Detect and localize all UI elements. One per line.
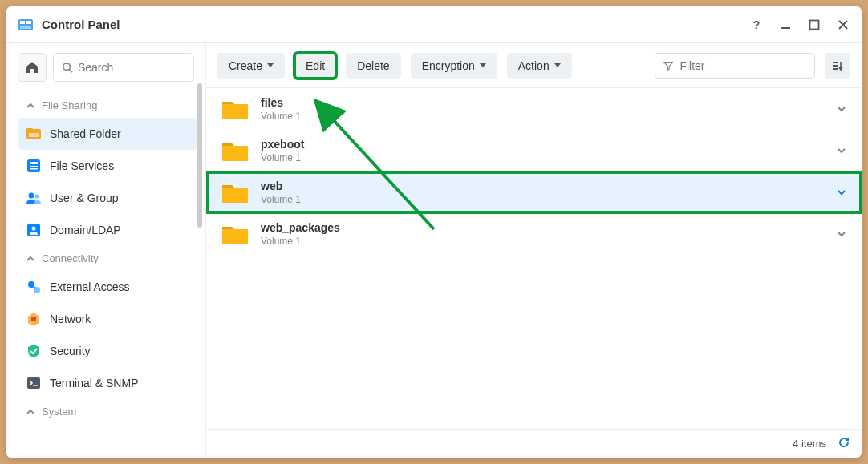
folder-name: pxeboot: [261, 138, 825, 151]
chevron-down-icon[interactable]: [836, 103, 847, 115]
caret-down-icon: [267, 63, 274, 68]
filter-icon: [663, 60, 673, 71]
svg-rect-25: [833, 65, 838, 67]
folder-sub: Volume 1: [261, 152, 825, 163]
scrollbar[interactable]: [197, 83, 202, 228]
folder-row-web-packages[interactable]: web_packages Volume 1: [206, 213, 862, 255]
chevron-down-icon[interactable]: [836, 228, 847, 240]
action-button[interactable]: Action: [507, 53, 572, 79]
sidebar-item-label: External Access: [50, 280, 130, 293]
svg-rect-23: [33, 385, 38, 386]
home-button[interactable]: [18, 53, 47, 82]
svg-text:?: ?: [753, 18, 761, 31]
folder-icon: [221, 222, 249, 246]
section-label: Connectivity: [42, 252, 99, 264]
svg-rect-9: [26, 128, 33, 131]
sidebar-item-external-access[interactable]: External Access: [18, 271, 197, 303]
refresh-icon: [838, 436, 850, 449]
sidebar-item-security[interactable]: Security: [18, 335, 197, 367]
chevron-down-icon[interactable]: [836, 187, 847, 198]
app-icon: [18, 17, 34, 33]
sidebar-item-terminal-snmp[interactable]: Terminal & SNMP: [18, 367, 197, 399]
chevron-up-icon: [26, 407, 35, 417]
folder-name: web: [261, 180, 825, 192]
control-panel-window: Control Panel ? File Sharing: [6, 6, 862, 458]
sidebar-item-user-group[interactable]: User & Group: [18, 182, 197, 214]
folder-row-web[interactable]: web Volume 1: [206, 171, 862, 213]
folder-row-files[interactable]: files Volume 1: [206, 88, 862, 130]
svg-rect-21: [31, 317, 36, 321]
sidebar-item-file-services[interactable]: File Services: [18, 150, 197, 182]
network-icon: [26, 311, 42, 327]
sort-button[interactable]: [825, 53, 850, 79]
section-file-sharing[interactable]: File Sharing: [18, 93, 205, 118]
caret-down-icon: [554, 63, 561, 68]
minimize-icon[interactable]: [778, 18, 793, 32]
create-button[interactable]: Create: [217, 53, 285, 79]
maximize-icon[interactable]: [807, 18, 821, 32]
search-box[interactable]: [53, 53, 194, 82]
folder-sub: Volume 1: [261, 111, 825, 122]
item-count: 4 items: [793, 438, 826, 450]
chevron-up-icon: [26, 101, 35, 111]
delete-button[interactable]: Delete: [346, 53, 400, 79]
svg-rect-14: [30, 168, 38, 170]
svg-point-16: [35, 195, 39, 199]
sidebar-item-label: Network: [50, 313, 91, 325]
titlebar: Control Panel ?: [6, 6, 862, 43]
sidebar-item-label: Security: [50, 345, 91, 357]
search-input[interactable]: [78, 61, 185, 74]
svg-rect-13: [30, 166, 38, 167]
help-icon[interactable]: ?: [749, 18, 764, 32]
sidebar-item-shared-folder[interactable]: Shared Folder: [18, 118, 197, 150]
svg-rect-10: [29, 133, 39, 137]
svg-rect-6: [810, 20, 819, 29]
svg-point-15: [29, 193, 34, 199]
external-access-icon: [26, 279, 42, 295]
close-icon[interactable]: [836, 18, 850, 32]
section-label: File Sharing: [42, 99, 97, 111]
filter-box[interactable]: [655, 53, 815, 79]
svg-rect-3: [20, 26, 31, 29]
section-connectivity[interactable]: Connectivity: [18, 246, 205, 271]
terminal-icon: [26, 375, 42, 391]
sidebar-item-label: Domain/LDAP: [50, 224, 121, 236]
svg-rect-26: [833, 68, 838, 70]
folder-name: web_packages: [261, 221, 825, 234]
security-icon: [26, 343, 42, 359]
svg-rect-5: [781, 27, 790, 29]
svg-rect-12: [30, 162, 38, 164]
section-system[interactable]: System: [18, 399, 205, 424]
folder-list: files Volume 1 pxeboot Volume 1: [206, 88, 862, 429]
chevron-down-icon[interactable]: [836, 145, 847, 156]
search-icon: [62, 61, 73, 74]
folder-icon: [221, 97, 249, 121]
folder-sub: Volume 1: [261, 236, 825, 247]
encryption-button[interactable]: Encryption: [411, 53, 497, 79]
sidebar-item-domain-ldap[interactable]: Domain/LDAP: [18, 214, 197, 246]
user-group-icon: [26, 190, 42, 206]
edit-button[interactable]: Edit: [294, 53, 336, 79]
sidebar-item-label: Terminal & SNMP: [50, 377, 138, 389]
sort-icon: [831, 59, 844, 72]
window-title: Control Panel: [42, 18, 749, 31]
toolbar: Create Edit Delete Encryption Action: [206, 43, 862, 88]
file-services-icon: [26, 158, 42, 174]
filter-input[interactable]: [679, 59, 806, 72]
sidebar-item-label: User & Group: [50, 192, 119, 204]
svg-point-18: [32, 227, 36, 231]
folder-sub: Volume 1: [261, 194, 825, 205]
svg-rect-22: [27, 377, 40, 389]
chevron-up-icon: [26, 254, 35, 264]
refresh-button[interactable]: [838, 436, 850, 451]
svg-rect-24: [833, 62, 838, 63]
svg-rect-1: [20, 21, 25, 24]
caret-down-icon: [480, 63, 486, 68]
sidebar-item-label: Shared Folder: [50, 127, 121, 140]
sidebar-item-network[interactable]: Network: [18, 303, 197, 335]
home-icon: [25, 60, 39, 75]
svg-point-7: [63, 63, 71, 71]
folder-row-pxeboot[interactable]: pxeboot Volume 1: [206, 130, 862, 171]
footer: 4 items: [206, 429, 862, 458]
folder-name: files: [261, 96, 825, 109]
